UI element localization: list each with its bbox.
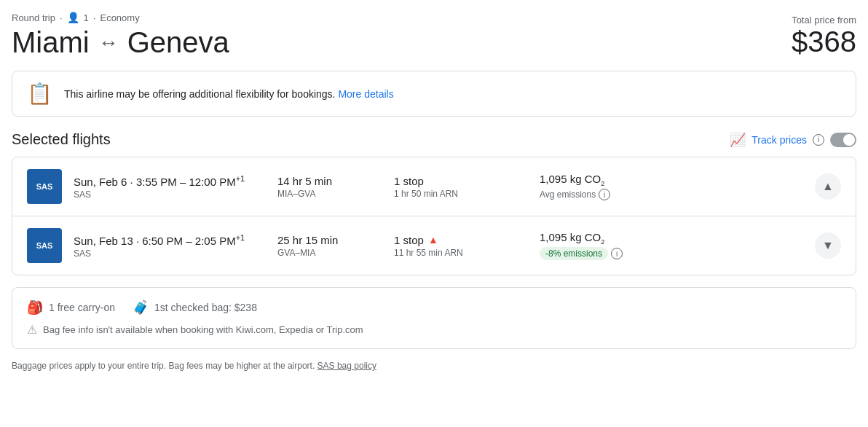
flight-time-1: 3:55 PM – 12:00 PM+1 <box>136 176 245 188</box>
checked-bag-label: 1st checked bag: $238 <box>154 302 257 313</box>
stops-detail-2: 11 hr 55 min ARN <box>394 248 540 258</box>
flight-time-2: 6:50 PM – 2:05 PM+1 <box>142 235 245 247</box>
carry-on-item: 🎒 1 free carry-on <box>27 299 115 316</box>
expand-flight-2-button[interactable]: ▼ <box>815 232 841 259</box>
baggage-warning-text: Bag fee info isn't available when bookin… <box>43 324 363 335</box>
flight-stops-2: 1 stop ▲ 11 hr 55 min ARN <box>394 234 540 258</box>
flight-stops-1: 1 stop 1 hr 50 min ARN <box>394 175 540 199</box>
emissions-co2-1: 1,095 kg CO2 <box>540 173 815 187</box>
emissions-badge-2: -8% emissions <box>540 247 608 260</box>
stops-detail-1: 1 hr 50 min ARN <box>394 189 540 199</box>
warning-triangle-icon: ▲ <box>428 234 438 246</box>
flight-emissions-1: 1,095 kg CO2 Avg emissions i <box>540 173 815 200</box>
table-row: SAS Sun, Feb 6 · 3:55 PM – 12:00 PM+1 SA… <box>12 157 856 216</box>
route-title: Miami ↔ Geneva <box>12 26 229 59</box>
track-prices-icon: 📈 <box>730 132 746 148</box>
track-prices-label[interactable]: Track prices <box>751 134 807 146</box>
toggle-knob <box>843 134 855 146</box>
flexibility-text: This airline may be offering additional … <box>64 88 394 100</box>
destination-city: Geneva <box>127 26 229 59</box>
flight-duration-1: 14 hr 5 min MIA–GVA <box>277 175 394 199</box>
flight-details-1: Sun, Feb 6 · 3:55 PM – 12:00 PM+1 SAS <box>74 174 277 200</box>
track-prices-area: 📈 Track prices i <box>730 132 856 148</box>
emissions-info-icon-1[interactable]: i <box>599 189 610 200</box>
origin-city: Miami <box>12 26 90 59</box>
flight-details-2: Sun, Feb 13 · 6:50 PM – 2:05 PM+1 SAS <box>74 233 277 259</box>
carry-on-icon: 🎒 <box>27 299 43 316</box>
baggage-warning: ⚠ Bag fee info isn't available when book… <box>27 323 841 337</box>
more-details-link[interactable]: More details <box>338 88 393 100</box>
flight-duration-2: 25 hr 15 min GVA–MIA <box>277 234 394 258</box>
emissions-label-1: Avg emissions <box>540 189 596 200</box>
total-price-value: $368 <box>792 26 856 58</box>
chevron-up-icon: ▲ <box>822 180 834 193</box>
table-row: SAS Sun, Feb 13 · 6:50 PM – 2:05 PM+1 SA… <box>12 216 856 275</box>
stops-count-2: 1 stop ▲ <box>394 234 540 246</box>
flexibility-icon: 📋 <box>27 82 52 106</box>
cabin-class: Economy <box>100 12 139 23</box>
flight-airline-1: SAS <box>74 189 277 200</box>
sas-bag-policy-link[interactable]: SAS bag policy <box>317 361 376 371</box>
selected-flights-header: Selected flights 📈 Track prices i <box>12 131 856 148</box>
emissions-sub-1: Avg emissions i <box>540 189 815 200</box>
emissions-co2-2: 1,095 kg CO2 <box>540 231 815 246</box>
checked-bag-icon: 🧳 <box>133 299 149 316</box>
chevron-down-icon: ▼ <box>822 239 834 252</box>
header-right: Total price from $368 <box>792 12 856 58</box>
warning-icon: ⚠ <box>27 323 37 337</box>
duration-route-1: MIA–GVA <box>277 189 394 199</box>
selected-flights-title: Selected flights <box>12 131 111 148</box>
expand-flight-1-button[interactable]: ▲ <box>815 173 841 200</box>
track-prices-toggle[interactable] <box>830 133 856 147</box>
trip-type: Round trip <box>12 12 55 23</box>
duration-time-2: 25 hr 15 min <box>277 234 394 246</box>
flight-date-2: Sun, Feb 13 <box>74 235 133 247</box>
emissions-sub-2: -8% emissions i <box>540 247 815 260</box>
footer-note: Baggage prices apply to your entire trip… <box>12 358 856 374</box>
track-prices-info-icon[interactable]: i <box>813 134 824 146</box>
flight-airline-2: SAS <box>74 248 277 259</box>
flight-datetime-1: Sun, Feb 6 · 3:55 PM – 12:00 PM+1 <box>74 174 277 188</box>
carry-on-label: 1 free carry-on <box>49 302 115 313</box>
person-icon: 👤 <box>67 12 79 23</box>
airline-logo-sas-1: SAS <box>27 169 62 204</box>
flexibility-banner: 📋 This airline may be offering additiona… <box>12 71 856 117</box>
route-arrow-icon: ↔ <box>98 31 119 55</box>
passenger-count: 1 <box>84 12 89 23</box>
duration-time-1: 14 hr 5 min <box>277 175 394 187</box>
flight-datetime-2: Sun, Feb 13 · 6:50 PM – 2:05 PM+1 <box>74 233 277 247</box>
airline-logo-sas-2: SAS <box>27 228 62 263</box>
header-left: Round trip · 👤 1 · Economy Miami ↔ Genev… <box>12 12 229 59</box>
stops-count-1: 1 stop <box>394 175 540 187</box>
page-header: Round trip · 👤 1 · Economy Miami ↔ Genev… <box>12 12 856 59</box>
emissions-info-icon-2[interactable]: i <box>611 248 623 259</box>
total-price-label: Total price from <box>792 15 856 26</box>
flight-date-1: Sun, Feb 6 <box>74 176 127 188</box>
flights-container: SAS Sun, Feb 6 · 3:55 PM – 12:00 PM+1 SA… <box>12 157 856 275</box>
duration-route-2: GVA–MIA <box>277 248 394 258</box>
baggage-row: 🎒 1 free carry-on 🧳 1st checked bag: $23… <box>27 299 841 316</box>
trip-meta: Round trip · 👤 1 · Economy <box>12 12 229 23</box>
flight-emissions-2: 1,095 kg CO2 -8% emissions i <box>540 231 815 260</box>
baggage-card: 🎒 1 free carry-on 🧳 1st checked bag: $23… <box>12 287 856 349</box>
checked-bag-item: 🧳 1st checked bag: $238 <box>133 299 257 316</box>
